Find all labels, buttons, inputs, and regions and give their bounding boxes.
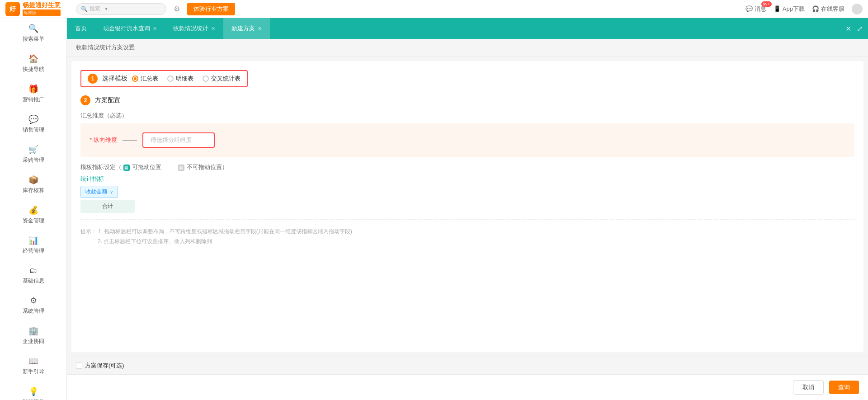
online-service-item[interactable]: 🎧 在线客服: [812, 5, 844, 13]
step1-label: 选择模板: [102, 75, 127, 83]
radio-summary[interactable]: 汇总表: [132, 75, 158, 83]
tab-new-plan-close[interactable]: ✕: [258, 26, 262, 32]
indicator-section: 模板指标设定（ ▦ 可拖动位置 ▦ 不可拖动位置） 统计指标 收款金额 ∨: [80, 163, 854, 213]
tab-collection-stat-close[interactable]: ✕: [211, 26, 215, 32]
tab-home-label: 首页: [75, 24, 87, 33]
tab-collection-stat[interactable]: 收款情况统计 ✕: [165, 18, 223, 39]
tag-dropdown-icon: ∨: [110, 189, 113, 194]
app-download-item[interactable]: 📱 App下载: [774, 5, 805, 13]
bottom-action-bar: 取消 查询: [67, 374, 868, 400]
dimension-area: * 纵向维度 —— 请选择分组维度: [80, 123, 854, 157]
dim-title: 汇总维度（必选）: [80, 112, 854, 120]
notification-item[interactable]: 💬 消息 99+: [745, 5, 766, 13]
step1-badge: 1: [88, 74, 98, 84]
sidebar-item-enterprise[interactable]: 🏢 企业协同: [0, 320, 66, 351]
maximize-window-icon[interactable]: ⤢: [857, 24, 863, 33]
radio-detail-label: 明细表: [176, 75, 193, 83]
sidebar-item-sales[interactable]: 💬 销售管理: [0, 109, 66, 139]
radio-circle-detail: [167, 75, 174, 82]
sidebar-item-system[interactable]: ⚙ 系统管理: [0, 290, 66, 320]
sidebar-item-label: 搜索菜单: [23, 35, 44, 43]
sidebar-item-smart-hw[interactable]: 💡 智能硬件: [0, 381, 66, 400]
tab-collection-stat-label: 收款情况统计: [173, 24, 208, 33]
step2-label: 方案配置: [95, 96, 120, 104]
tab-new-plan[interactable]: 新建方案 ✕: [223, 18, 270, 39]
tab-bank-flow[interactable]: 现金银行流水查询 ✕: [95, 18, 165, 39]
dim-row: * 纵向维度 —— 请选择分组维度: [90, 132, 845, 148]
radio-cross[interactable]: 交叉统计表: [203, 75, 241, 83]
dropdown-arrow-icon: ▼: [104, 6, 108, 11]
sidebar-item-label: 库存核算: [23, 187, 44, 194]
sidebar-item-search-menu[interactable]: 🔍 搜索菜单: [0, 18, 66, 48]
page-content: 收款情况统计方案设置 1 选择模板 汇总表: [67, 39, 868, 400]
sidebar-item-label: 资金管理: [23, 217, 44, 225]
inventory-icon: 📦: [28, 175, 38, 185]
tip-line1: 提示： 1. 拖动标题栏可以调整布局，不可跨维度或指标区域拖动栏目字段(只能在同…: [80, 227, 854, 237]
sidebar-item-purchase[interactable]: 🛒 采购管理: [0, 139, 66, 169]
logo-area: 好 畅捷通好生意 标准版: [5, 1, 72, 16]
save-plan-label: 方案保存(可选): [85, 362, 124, 370]
sidebar-item-label: 采购管理: [23, 156, 44, 164]
logo-icon: 好: [5, 2, 20, 16]
sidebar-item-label: 销售管理: [23, 126, 44, 134]
main-card: 1 选择模板 汇总表 明细表: [71, 61, 863, 352]
window-controls: ✕ ⤢: [845, 24, 868, 33]
dim-arrow-icon: ——: [123, 136, 137, 144]
sidebar-item-quick-nav[interactable]: 🏠 快捷导航: [0, 48, 66, 79]
fund-icon: 💰: [28, 205, 38, 215]
marketing-icon: 🎁: [28, 84, 38, 94]
indicator-header: 模板指标设定（ ▦ 可拖动位置 ▦ 不可拖动位置）: [80, 163, 854, 171]
radio-cross-label: 交叉统计表: [211, 75, 241, 83]
close-window-icon[interactable]: ✕: [845, 24, 851, 33]
cancel-button[interactable]: 取消: [793, 380, 824, 395]
smart-hw-icon: 💡: [28, 386, 38, 396]
message-icon: 💬: [745, 5, 753, 12]
non-draggable-icon: ▦: [178, 165, 184, 171]
step2-section: 2 方案配置 汇总维度（必选） * 纵向维度 —— 请选择分组维度: [80, 95, 854, 246]
radio-detail[interactable]: 明细表: [167, 75, 193, 83]
dim-section: 汇总维度（必选） * 纵向维度 —— 请选择分组维度: [80, 112, 854, 157]
save-plan-checkbox-box[interactable]: [76, 362, 82, 369]
query-button[interactable]: 查询: [829, 381, 859, 394]
search-input[interactable]: 🔍 搜索 ▼: [76, 3, 166, 15]
save-plan-checkbox[interactable]: 方案保存(可选): [76, 362, 124, 370]
tab-home[interactable]: 首页: [67, 18, 95, 39]
notification-badge: 99+: [761, 1, 772, 7]
sidebar-item-label: 经营管理: [23, 247, 44, 255]
main-layout: 🔍 搜索菜单 🏠 快捷导航 🎁 营销推广 💬 销售管理 🛒 采购管理 📦 库存核…: [0, 18, 868, 400]
tab-new-plan-label: 新建方案: [231, 24, 255, 33]
draggable-icon: ▦: [123, 165, 130, 171]
download-icon: 📱: [774, 5, 781, 12]
sidebar: 🔍 搜索菜单 🏠 快捷导航 🎁 营销推广 💬 销售管理 🛒 采购管理 📦 库存核…: [0, 18, 67, 400]
page-header: 收款情况统计方案设置: [67, 39, 868, 56]
tab-bank-flow-close[interactable]: ✕: [153, 26, 157, 32]
enterprise-icon: 🏢: [28, 326, 38, 336]
sales-icon: 💬: [28, 114, 38, 124]
sidebar-item-label: 系统管理: [23, 307, 44, 315]
settings-icon[interactable]: ⚙: [174, 5, 180, 13]
indicator-settings-label: 模板指标设定（ ▦ 可拖动位置 ▦ 不可拖动位置）: [80, 163, 228, 171]
logo-text: 畅捷通好生意: [23, 1, 61, 9]
user-avatar[interactable]: [852, 4, 863, 14]
logo-badge: 标准版: [23, 9, 61, 16]
purchase-icon: 🛒: [28, 145, 38, 155]
dim-select[interactable]: 请选择分组维度: [142, 132, 215, 148]
tip-line2: 2. 点击标题栏下拉可设置排序、插入列和删除列: [80, 237, 854, 247]
newbie-icon: 📖: [28, 356, 38, 366]
radio-circle-cross: [203, 75, 209, 82]
collection-amount-tag[interactable]: 收款金额 ∨: [80, 186, 118, 198]
content-area: 首页 现金银行流水查询 ✕ 收款情况统计 ✕ 新建方案 ✕ ✕ ⤢ 收: [67, 18, 868, 400]
sidebar-item-marketing[interactable]: 🎁 营销推广: [0, 79, 66, 109]
sidebar-item-inventory[interactable]: 📦 库存核算: [0, 169, 66, 200]
sidebar-item-label: 新手引导: [23, 368, 44, 376]
sidebar-item-operation[interactable]: 📊 经营管理: [0, 230, 66, 260]
total-row: 合计: [80, 200, 135, 213]
trial-button[interactable]: 体验行业方案: [187, 3, 235, 15]
separator: [80, 219, 854, 220]
sidebar-item-newbie[interactable]: 📖 新手引导: [0, 351, 66, 381]
sidebar-item-basic-info[interactable]: 🗂 基础信息: [0, 260, 66, 290]
basic-info-icon: 🗂: [29, 266, 38, 275]
step1-row: 1 选择模板 汇总表 明细表: [80, 70, 854, 87]
step1-options: 汇总表 明细表 交叉统计表: [132, 75, 241, 83]
sidebar-item-fund[interactable]: 💰 资金管理: [0, 200, 66, 230]
